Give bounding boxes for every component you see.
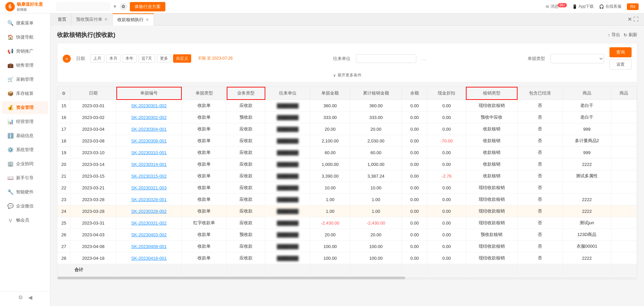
table-scrollbar-thumb [57,277,405,279]
doc-no-link[interactable]: SK-20230314-001 [131,162,167,167]
td-doc-no[interactable]: SK-20230418-001 [116,252,182,264]
sidebar-label-sales: 销售管理 [16,62,34,68]
sidebar-item-hardware[interactable]: 🔧 智能硬件 [2,186,48,198]
td-doc-no[interactable]: SK-20230403-002 [116,229,182,241]
td-write-off-type: 收款核销 [466,147,518,159]
td-doc-no[interactable]: SK-20230328-001 [116,194,182,205]
settings-icon[interactable]: ⚙ [120,3,127,10]
td-doc-no[interactable]: SK-20230315-002 [116,170,182,182]
td-partner: ███████ [265,159,310,170]
th-include-cleared: 包含已结清 [518,87,562,100]
sidebar-item-enterprise[interactable]: 🏢 企业协同 [2,158,48,170]
sidebar-settings-icon[interactable]: ⚙ [18,294,23,301]
td-cash-discount: 0.00 [427,100,466,112]
tab-prepay-close[interactable]: ✕ [104,17,108,22]
online-service-action[interactable]: 🎧 在线客服 [599,4,622,9]
td-doc-type: 收款单 [182,229,227,241]
expand-conditions-btn[interactable]: ∨ 展开更多条件 [333,72,362,78]
doc-no-link[interactable]: SK-20230308-001 [131,138,167,143]
filter-toggle-btn[interactable]: » [63,55,71,63]
doc-no-link[interactable]: SK-20230418-001 [131,256,167,261]
td-doc-no[interactable]: SK-20230304-001 [116,123,182,135]
finance-icon: 💰 [7,105,13,111]
tab-maximize-btn[interactable]: ⛶ [633,16,639,22]
app-download-action[interactable]: 📱 App下载 [572,4,594,9]
partner-input[interactable] [356,54,416,63]
doc-no-link[interactable]: SK-20230304-001 [131,127,167,132]
table-scrollbar[interactable] [57,277,637,279]
tab-collection-close[interactable]: ✕ [146,17,149,22]
message-badge: 99+ [558,3,567,7]
td-goods: 测试jun [562,217,611,229]
settings-button[interactable]: 设置 [609,59,632,70]
filter-more[interactable]: 更多 [157,54,171,63]
sidebar-item-search[interactable]: 🔍 搜索菜单 [2,17,48,29]
doc-no-link[interactable]: SK-20230321-003 [131,185,167,190]
td-doc-no[interactable]: SK-20230308-001 [116,135,182,147]
doc-no-link[interactable]: SK-20230328-001 [131,197,167,202]
doc-no-link[interactable]: SK-20230328-002 [131,209,167,214]
filter-7days[interactable]: 近7天 [139,54,155,63]
tab-close-all-btn[interactable]: ✕ [628,16,632,22]
sidebar-collapse-icon[interactable]: ◀ [28,294,32,301]
doc-no-link[interactable]: SK-20230403-002 [131,232,167,237]
td-doc-no[interactable]: SK-20230321-003 [116,182,182,194]
tab-prepay[interactable]: 预收预应付单 ✕ [71,13,113,25]
message-action[interactable]: ✉ 消息 99+ [546,4,567,9]
sidebar-item-system[interactable]: ⚙️ 系统管理 [2,143,48,156]
sidebar-item-finance[interactable]: 💰 资金管理 [2,101,48,114]
user-avatar[interactable]: Rit [627,3,639,10]
dropdown-arrow[interactable]: ▼ [113,4,117,9]
filter-custom-btn[interactable]: 自定义 [173,54,191,63]
td-biz-type: 应收款 [227,252,265,264]
td-doc-no[interactable]: SK-20230314-001 [116,159,182,170]
industry-button[interactable]: 体验行业方案 [130,2,165,11]
table-header-row: ⚙ 日期 单据编号 单据类型 业务类型 往来单位 单据金额 累计核销金额 余额 … [57,87,637,100]
td-goods2 [611,112,637,123]
doc-no-link[interactable]: SK-20230315-002 [131,174,167,179]
td-doc-no[interactable]: SK-20230408-001 [116,241,182,252]
sidebar-item-basicinfo[interactable]: ℹ️ 基础信息 [2,129,48,142]
td-doc-no[interactable]: SK-20230310-001 [116,147,182,159]
th-settings[interactable]: ⚙ [57,87,70,100]
td-amount: 3,390.00 [310,170,350,182]
td-amount: 60.00 [310,147,350,159]
td-doc-no[interactable]: SK-20230301-002 [116,100,182,112]
doc-no-link[interactable]: SK-20230331-002 [131,221,167,226]
td-doc-no[interactable]: SK-20230331-002 [116,217,182,229]
td-goods2 [611,229,637,241]
td-write-off-type: 现结收款核销 [466,205,518,217]
refresh-button[interactable]: ↻ 刷新 [624,32,637,38]
td-no: 22 [57,182,70,194]
sidebar-item-wechat[interactable]: 💬 企业微信 [2,200,48,212]
sidebar-item-sales[interactable]: 💼 销售管理 [2,59,48,72]
td-doc-no[interactable]: SK-20230302-002 [116,112,182,123]
doc-no-link[interactable]: SK-20230302-002 [131,115,167,120]
filter-this-month[interactable]: 本月 [106,54,120,63]
sidebar-item-purchase[interactable]: 🛒 采购管理 [2,73,48,86]
breadcrumb-input[interactable] [56,3,110,11]
tab-home[interactable]: 首页 [53,13,71,25]
sidebar-item-quicknav[interactable]: 🏠 快捷导航 [2,31,48,44]
partner-filter-label: 往来单位 [333,56,351,62]
sidebar-item-inventory[interactable]: 📦 库存核算 [2,87,48,100]
export-button[interactable]: ↑ 导出 [608,32,621,38]
sidebar-item-operations[interactable]: 📊 经营管理 [2,115,48,128]
td-cash-discount: 0.00 [427,194,466,205]
doc-type-select[interactable] [550,54,604,63]
doc-no-link[interactable]: SK-20230301-002 [131,103,167,108]
filter-this-year[interactable]: 本年 [122,54,137,63]
doc-no-link[interactable]: SK-20230310-001 [131,150,167,155]
td-doc-no[interactable]: SK-20230328-002 [116,205,182,217]
content-area: 首页 预收预应付单 ✕ 收款核销执行 ✕ ✕ ⛶ 收款核销执行(按收款) [50,13,644,306]
sidebar-label-marketing: 营销推广 [16,48,34,54]
doc-no-link[interactable]: SK-20230408-001 [131,244,167,249]
tab-collection[interactable]: 收款核销执行 ✕ [113,13,154,25]
sidebar-item-guide[interactable]: 📖 新手引导 [2,172,48,184]
th-amount: 单据金额 [310,87,350,100]
sidebar-item-marketing[interactable]: 📢 营销推广 [2,45,48,58]
td-amount: -2,430.00 [310,217,350,229]
filter-last-month[interactable]: 上月 [90,54,104,63]
sidebar-item-member[interactable]: V 畅会员 [2,214,48,227]
query-button[interactable]: 查询 [609,47,632,57]
